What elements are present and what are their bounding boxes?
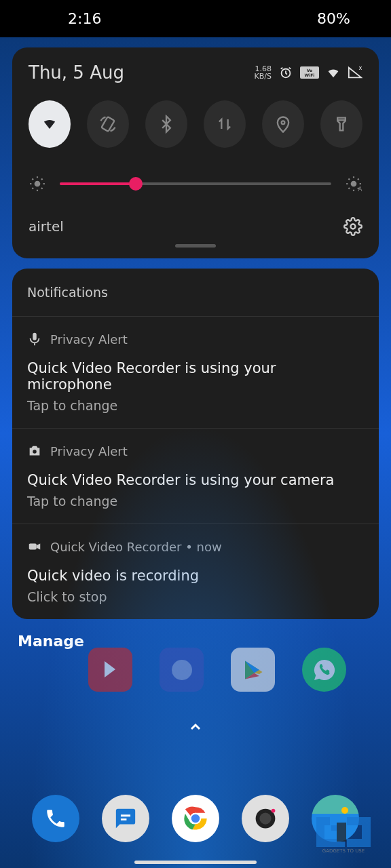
svg-text:GADGETS TO USE: GADGETS TO USE bbox=[322, 848, 365, 854]
carrier-label[interactable]: airtel bbox=[29, 218, 64, 235]
bluetooth-tile[interactable] bbox=[145, 100, 187, 148]
play-store-icon[interactable] bbox=[231, 648, 275, 692]
mic-icon bbox=[27, 332, 42, 347]
notification-app-name: Privacy Alert bbox=[50, 332, 128, 347]
home-apps-row bbox=[88, 648, 346, 692]
clock: 2:16 bbox=[68, 10, 101, 27]
notifications-header: Notifications bbox=[12, 269, 379, 317]
settings-icon[interactable] bbox=[343, 217, 362, 236]
network-speed-icon: 1.68 KB/S bbox=[255, 65, 272, 80]
cell-signal-icon: x bbox=[348, 65, 362, 80]
location-tile[interactable] bbox=[262, 100, 304, 148]
svg-point-6 bbox=[282, 121, 285, 124]
watermark-logo: GADGETS TO USE bbox=[310, 810, 377, 854]
panel-drag-handle[interactable] bbox=[175, 244, 216, 248]
navigation-handle[interactable] bbox=[134, 861, 257, 864]
quick-settings-tiles bbox=[29, 100, 362, 148]
quick-settings-panel[interactable]: Thu, 5 Aug 1.68 KB/S VoWiFi x bbox=[12, 47, 379, 258]
vowifi-icon: VoWiFi bbox=[300, 65, 319, 80]
auto-rotate-tile[interactable] bbox=[87, 100, 129, 148]
svg-point-7 bbox=[35, 181, 41, 187]
svg-text:WiFi: WiFi bbox=[305, 73, 315, 77]
mobile-data-tile[interactable] bbox=[204, 100, 246, 148]
svg-point-17 bbox=[260, 812, 272, 824]
alarm-icon bbox=[278, 65, 293, 80]
brightness-low-icon bbox=[29, 175, 46, 193]
svg-text:A: A bbox=[358, 186, 362, 193]
brightness-thumb[interactable] bbox=[129, 177, 143, 191]
brightness-slider-row: A bbox=[29, 175, 362, 193]
messages-app-icon[interactable] bbox=[102, 795, 149, 842]
auto-brightness-icon[interactable]: A bbox=[345, 175, 362, 193]
wifi-signal-icon bbox=[326, 65, 341, 80]
flashlight-tile[interactable] bbox=[320, 100, 362, 148]
wifi-tile[interactable] bbox=[29, 100, 71, 148]
svg-point-8 bbox=[351, 181, 357, 187]
chrome-app-icon[interactable] bbox=[172, 795, 219, 842]
status-icon-cluster: 1.68 KB/S VoWiFi x bbox=[255, 65, 362, 80]
app-drawer-arrow-icon[interactable] bbox=[187, 719, 204, 738]
phone-app-icon[interactable] bbox=[32, 795, 79, 842]
svg-text:Vo: Vo bbox=[307, 68, 312, 73]
camera-app-icon[interactable] bbox=[242, 795, 289, 842]
svg-point-18 bbox=[272, 809, 276, 813]
date-label[interactable]: Thu, 5 Aug bbox=[29, 62, 124, 83]
contact-app-icon[interactable] bbox=[160, 648, 204, 692]
battery-percent: 80% bbox=[317, 10, 350, 27]
svg-text:x: x bbox=[359, 65, 362, 71]
status-bar: 2:16 80% bbox=[0, 0, 391, 37]
youtube-app-icon[interactable] bbox=[88, 648, 132, 692]
brightness-slider[interactable] bbox=[60, 182, 331, 185]
svg-rect-19 bbox=[337, 823, 346, 842]
whatsapp-icon[interactable] bbox=[302, 648, 346, 692]
